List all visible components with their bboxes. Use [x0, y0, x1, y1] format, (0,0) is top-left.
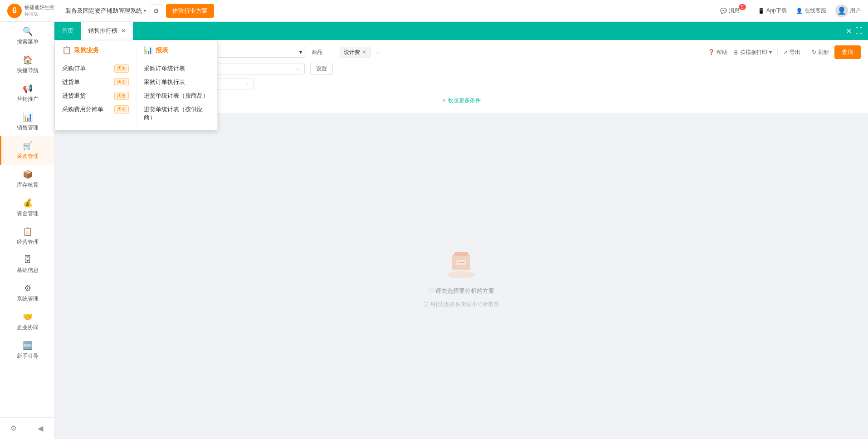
sidebar-item-guide[interactable]: 🆕 新手引导: [0, 336, 54, 365]
help-button[interactable]: ❓ 帮助: [708, 49, 727, 56]
report-col: 📊 报表 采购订单统计表 采购订单执行表 进货单统计表（按商品） 进货单统计表（…: [136, 46, 218, 124]
tab-sales-rank-label: 销售排行榜: [88, 27, 117, 35]
industry-button[interactable]: 体验行业方案: [166, 4, 214, 18]
menu-item-label: 进货单统计表（按商品）: [144, 92, 209, 100]
online-service-button[interactable]: 👤 在线客服: [796, 7, 826, 15]
goods-more-btn[interactable]: ···: [376, 49, 381, 56]
sidebar-item-system[interactable]: ⚙ 系统管理: [0, 279, 54, 307]
export-label: 导出: [790, 49, 800, 56]
user-label: 用户: [850, 7, 861, 15]
menu-item-label: 进货退货: [62, 92, 86, 100]
chevron-down-icon: ▾: [299, 49, 302, 55]
menu-item-label: 采购订单统计表: [144, 64, 185, 73]
refresh-icon: ↻: [812, 49, 816, 55]
history-badge: 历史: [114, 78, 129, 86]
refresh-label: 刷新: [818, 49, 829, 56]
message-label: 消息: [729, 7, 740, 15]
menu-item-stock-by-goods[interactable]: 进货单统计表（按商品）: [144, 89, 210, 103]
menu-item-stock-in[interactable]: 进货单 历史: [62, 75, 129, 89]
print-icon: 🖨: [733, 49, 738, 55]
base-icon: 🗄: [24, 255, 32, 265]
sidebar-item-label: 搜索菜单: [17, 38, 39, 46]
query-button[interactable]: 查询: [834, 45, 861, 59]
sidebar-item-search[interactable]: 🔍 搜索菜单: [0, 22, 54, 50]
sidebar-item-label: 基础信息: [17, 266, 39, 274]
purchase-col-title: 采购业务: [74, 46, 99, 54]
sidebar-item-label: 库存核算: [17, 181, 39, 189]
finance-icon: 💰: [23, 198, 33, 208]
export-button[interactable]: ↗ 导出: [783, 49, 800, 56]
report-col-header: 📊 报表: [144, 46, 210, 57]
chevron-down-icon: ▾: [144, 8, 146, 13]
tab-home[interactable]: 首页: [54, 22, 81, 40]
header-right: 💬 消息 9 📱 App下载 👤 在线客服 👤 用户: [720, 5, 861, 17]
app-download-button[interactable]: 📱 App下载: [758, 7, 787, 15]
sidebar-item-label: 快捷导航: [17, 67, 39, 74]
sidebar-item-quick[interactable]: 🏠 快捷导航: [0, 50, 54, 79]
sidebar-item-label: 销售管理: [17, 124, 39, 132]
system-icon: ⚙: [24, 283, 31, 293]
menu-item-label: 采购订单执行表: [144, 78, 185, 86]
message-icon: 💬: [720, 8, 727, 14]
app-download-label: App下载: [766, 7, 787, 15]
refresh-button[interactable]: ↻ 刷新: [812, 49, 829, 56]
tab-close-icon[interactable]: ✕: [121, 28, 126, 34]
sidebar-item-label: 营销推广: [17, 95, 39, 103]
menu-item-stock-by-supplier[interactable]: 进货单统计表（按供应商）: [144, 103, 210, 124]
sidebar-item-sales[interactable]: 📊 销售管理: [0, 108, 54, 136]
menu-item-label: 进货单: [62, 78, 80, 86]
tab-bar: 首页 销售排行榜 ✕ ✕ ⛶: [54, 22, 868, 40]
sidebar-item-finance[interactable]: 💰 资金管理: [0, 193, 54, 222]
empty-illustration: [443, 245, 479, 281]
sidebar-item-marketing[interactable]: 📢 营销推广: [0, 79, 54, 108]
settings-button[interactable]: ⚙: [150, 5, 162, 17]
tab-home-label: 首页: [62, 27, 73, 35]
history-badge: 历史: [114, 64, 129, 73]
menu-item-purchase-order[interactable]: 采购订单 历史: [62, 62, 129, 75]
app-logo: 6: [7, 4, 22, 18]
doc-status-select[interactable]: ▾: [215, 47, 306, 58]
service-icon: 👤: [796, 8, 803, 14]
menu-item-expense[interactable]: 采购费用分摊单 历史: [62, 103, 129, 116]
empty-tip2: ② 用[过滤]条件来缩小分析范围: [424, 301, 499, 308]
help-icon: ❓: [708, 49, 715, 55]
set-button[interactable]: 设置: [310, 63, 333, 75]
system-title-area: 装备及固定资产辅助管理系统 ▾ ⚙ 体验行业方案: [65, 4, 720, 18]
sidebar-settings-btn[interactable]: ⚙: [0, 421, 27, 435]
print-button[interactable]: 🖨 按模板打印 ▾: [733, 49, 772, 56]
divider: [777, 49, 778, 56]
goods-tag-remove[interactable]: ✕: [362, 49, 366, 55]
menu-item-order-stat[interactable]: 采购订单统计表: [144, 62, 210, 75]
sidebar-item-purchase[interactable]: 🛒 采购管理: [0, 136, 54, 165]
marketing-icon: 📢: [23, 84, 33, 94]
system-dropdown[interactable]: 装备及固定资产辅助管理系统 ▾: [65, 7, 146, 15]
online-service-label: 在线客服: [805, 7, 826, 15]
salesperson-select[interactable]: ···: [214, 64, 305, 74]
logo-area: 6 畅捷通好生意 标准版: [7, 4, 62, 18]
purchase-col-header: 📋 采购业务: [62, 46, 129, 57]
empty-state: ① 请先选择要分析的方案 ② 用[过滤]条件来缩小分析范围: [54, 114, 868, 439]
sidebar-item-label: 经营管理: [17, 238, 39, 246]
tab-sales-rank[interactable]: 销售排行榜 ✕: [81, 22, 133, 40]
tab-close-window-icon[interactable]: ✕: [846, 27, 852, 35]
gear-icon: ⚙: [153, 7, 159, 15]
salesperson-dots[interactable]: ···: [296, 66, 301, 72]
sidebar-item-coop[interactable]: 🤝 企业协同: [0, 307, 54, 336]
operation-icon: 📋: [23, 227, 33, 237]
sidebar-item-inventory[interactable]: 📦 库存核算: [0, 165, 54, 193]
guide-icon: 🆕: [23, 340, 33, 350]
sidebar-item-operation[interactable]: 📋 经营管理: [0, 222, 54, 251]
sidebar-item-base[interactable]: 🗄 基础信息: [0, 251, 54, 279]
sales-icon: 📊: [23, 112, 33, 122]
menu-item-order-exec[interactable]: 采购订单执行表: [144, 75, 210, 89]
sidebar: 🔍 搜索菜单 🏠 快捷导航 📢 营销推广 📊 销售管理 🛒 采购管理 📦 库存核…: [0, 22, 54, 439]
menu-item-return[interactable]: 进货退货 历史: [62, 89, 129, 103]
sidebar-collapse-btn[interactable]: ◀: [27, 421, 54, 435]
user-menu[interactable]: 👤 用户: [835, 5, 861, 17]
sidebar-bottom: ⚙ ◀: [0, 417, 54, 439]
print-label: 按模板打印: [740, 49, 767, 56]
customer-dots[interactable]: ···: [245, 81, 250, 87]
message-button[interactable]: 💬 消息 9: [720, 7, 749, 15]
logo-line1: 畅捷通好生意: [24, 4, 54, 10]
tab-fullscreen-icon[interactable]: ⛶: [855, 27, 863, 35]
